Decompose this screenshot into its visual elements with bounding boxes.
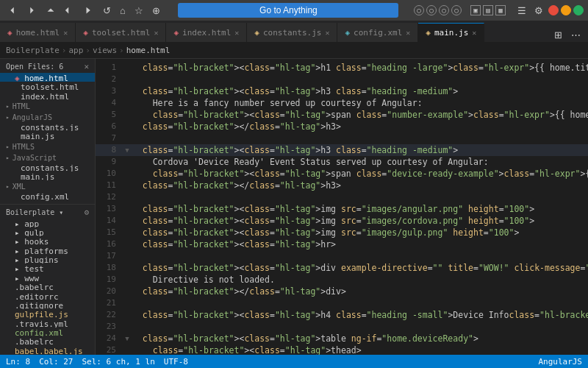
sidebar-html-section[interactable]: ▸ HTML — [0, 100, 95, 111]
sidebar-file-babel-js[interactable]: babel.babel.js — [0, 346, 95, 355]
sidebar-file-editorrc[interactable]: .editorrc — [0, 291, 95, 300]
breadcrumb-current-file[interactable]: home.html — [126, 46, 171, 55]
sidebar-boilerplate-header[interactable]: Boilerplate ▾ ⚙ — [0, 204, 95, 219]
fold-icon-24[interactable]: ▼ — [125, 333, 129, 344]
more-tabs-button[interactable]: ⋯ — [568, 28, 584, 42]
code-editor[interactable]: 1 class="hl-bracket"><class="hl-tag">h1 … — [96, 59, 588, 355]
layout-btn-2[interactable]: ▤ — [483, 5, 493, 15]
settings-button[interactable]: ⚙ — [531, 4, 546, 18]
circle-btn-3[interactable]: ○ — [439, 5, 449, 15]
xml-section-arrow: ▸ — [6, 183, 10, 190]
circle-btn-4[interactable]: ○ — [451, 5, 462, 15]
tab-constants-js[interactable]: ◈ constants.js ✕ — [247, 23, 337, 42]
sidebar-file-main-js-2[interactable]: main.js — [0, 171, 95, 180]
sidebar-boilerplate-gear[interactable]: ⚙ — [84, 208, 89, 217]
line-content-9: Cordova 'Device Ready' Event Status serv… — [132, 156, 489, 168]
sidebar-folder-plugins[interactable]: ▸ plugins — [0, 255, 95, 263]
sidebar-xml-section[interactable]: ▸ XML — [0, 180, 95, 191]
sidebar-open-files-header[interactable]: Open Files: 6 ✕ — [0, 59, 95, 73]
code-line-15: 15 class="hl-bracket"><class="hl-tag">im… — [96, 227, 588, 238]
sidebar-file-config-xml[interactable]: config.xml — [0, 191, 95, 200]
angularjs-section-label: AngularJS — [12, 113, 52, 121]
code-line-25: 25 class="hl-bracket"><class="hl-tag">th… — [96, 344, 588, 355]
circle-btn-1[interactable]: ○ — [414, 5, 424, 15]
line-content-10: class="hl-bracket"><class="hl-tag">span … — [132, 168, 588, 180]
tab-index-html[interactable]: ◈ index.html ✕ — [166, 23, 247, 42]
line-gutter-8[interactable]: ▼ — [122, 144, 132, 156]
toolbar-right: ○ ○ ○ ○ ▣ ▤ ▦ ☰ ⚙ — [414, 4, 584, 18]
circle-btn-2[interactable]: ○ — [426, 5, 437, 15]
status-bar: Ln: 8 Col: 27 Sel: 6 ch, 1 ln UTF-8 Angu… — [0, 355, 588, 368]
sidebar-file-main-js[interactable]: main.js — [0, 131, 95, 140]
line-number-2: 2 — [96, 74, 122, 85]
sidebar-file-home-html[interactable]: ◈ home.html — [0, 73, 95, 82]
tab-toolset-html[interactable]: ◈ toolset.html ✕ — [76, 23, 166, 42]
sidebar-file-constants-js[interactable]: constants.js — [0, 122, 95, 131]
sidebar-file-gitignore[interactable]: .gitignore — [0, 300, 95, 309]
sidebar-file-constants-js-2[interactable]: constants.js — [0, 163, 95, 171]
forward-button[interactable] — [24, 4, 40, 17]
line-content-20: class="hl-bracket"></class="hl-tag">div> — [132, 286, 346, 297]
go-to-anything-input[interactable]: Go to Anything — [178, 3, 398, 18]
close-window-button[interactable] — [548, 5, 559, 15]
sidebar-folder-test[interactable]: ▸ test — [0, 263, 95, 272]
line-number-6: 6 — [96, 121, 122, 132]
sidebar-htmls-section[interactable]: ▸ HTMLS — [0, 141, 95, 152]
tab-close-main-js[interactable]: ✕ — [472, 29, 476, 37]
back-button[interactable] — [4, 4, 21, 17]
layout-btn-1[interactable]: ▣ — [470, 5, 481, 15]
editor-area[interactable]: 1 class="hl-bracket"><class="hl-tag">h1 … — [96, 59, 588, 355]
menu-button[interactable]: ☰ — [514, 4, 529, 18]
status-col: Col: 27 — [39, 357, 73, 367]
tab-close-home-html[interactable]: ✕ — [63, 29, 68, 37]
tab-main-js[interactable]: ◈ main.js ✕ — [418, 23, 484, 42]
sidebar-file-travis-yml[interactable]: .travis.yml — [0, 319, 95, 328]
history-forward-button[interactable] — [81, 4, 97, 17]
breadcrumb-boilerplate[interactable]: Boilerplate — [6, 46, 60, 55]
sidebar-file-index-html[interactable]: index.html — [0, 91, 95, 100]
line-content-24: class="hl-bracket"><class="hl-tag">table… — [132, 333, 478, 344]
sidebar-file-toolset-html[interactable]: toolset.html — [0, 82, 95, 91]
line-content-8: class="hl-bracket"><class="hl-tag">h3 cl… — [132, 144, 458, 156]
tab-close-index-html[interactable]: ✕ — [234, 29, 239, 37]
sidebar-folder-gulp[interactable]: ▸ gulp — [0, 227, 95, 236]
sidebar-folder-www[interactable]: ▸ www — [0, 273, 95, 282]
tab-close-constants-js[interactable]: ✕ — [325, 29, 329, 37]
home-button[interactable]: ⌂ — [117, 4, 129, 18]
refresh-button[interactable]: ↺ — [100, 4, 114, 18]
sidebar-file-gulpfile-js[interactable]: gulpfile.js — [0, 309, 95, 318]
code-line-21: 21 — [96, 297, 588, 309]
zoom-button[interactable]: ⊕ — [149, 4, 163, 18]
line-gutter-24[interactable]: ▼ — [122, 333, 132, 344]
sidebar-open-files-gear[interactable]: ✕ — [84, 62, 89, 71]
history-back-button[interactable] — [62, 4, 78, 17]
minimize-window-button[interactable] — [561, 5, 571, 15]
line-number-4: 4 — [96, 97, 122, 109]
tab-close-toolset-html[interactable]: ✕ — [154, 29, 158, 37]
tab-close-config-xml[interactable]: ✕ — [406, 29, 410, 37]
sidebar-file-config-xml-2[interactable]: config.xml — [0, 328, 95, 336]
code-line-3: 3 class="hl-bracket"><class="hl-tag">h3 … — [96, 85, 588, 97]
sidebar-folder-app[interactable]: ▸ app — [0, 219, 95, 227]
sidebar-file-babelrc-2[interactable]: .babelrc — [0, 336, 95, 345]
layout-btn-3[interactable]: ▦ — [495, 5, 506, 15]
sidebar-angularjs-section[interactable]: ▸ AngularJS — [0, 111, 95, 122]
breadcrumb-views[interactable]: views — [93, 46, 117, 55]
sidebar-file-babelrc[interactable]: .babelrc — [0, 282, 95, 291]
fold-icon-8[interactable]: ▼ — [125, 144, 129, 156]
maximize-window-button[interactable] — [573, 5, 584, 15]
sidebar-folder-hooks[interactable]: ▸ hooks — [0, 236, 95, 245]
bookmark-button[interactable]: ☆ — [132, 4, 146, 18]
line-number-23: 23 — [96, 321, 122, 333]
breadcrumb-app[interactable]: app — [68, 46, 83, 55]
line-number-1: 1 — [96, 62, 122, 74]
split-editor-button[interactable]: ⊞ — [551, 28, 565, 42]
line-number-25: 25 — [96, 344, 122, 355]
htmls-section-arrow: ▸ — [6, 144, 10, 150]
sidebar-js-section[interactable]: ▸ JavaScript — [0, 152, 95, 163]
tab-home-html[interactable]: ◈ home.html ✕ — [0, 23, 76, 42]
tab-icon-home-html: ◈ — [7, 28, 12, 38]
sidebar-folder-platforms[interactable]: ▸ platforms — [0, 246, 95, 255]
tab-config-xml[interactable]: ◈ config.xml ✕ — [337, 23, 418, 42]
nav-up-button[interactable] — [43, 4, 59, 17]
